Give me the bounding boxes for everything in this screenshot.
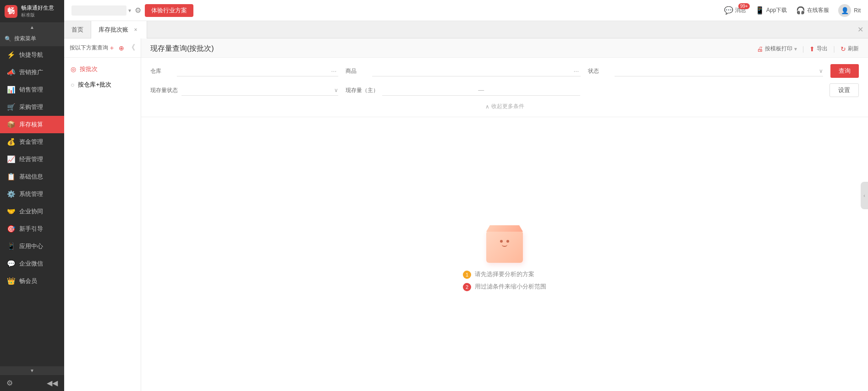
sidebar-item-quick-nav[interactable]: ⚡ 快捷导航 bbox=[0, 46, 64, 64]
sidebar-item-ops[interactable]: 📈 经营管理 bbox=[0, 151, 64, 168]
main-panel: 现存量查询(按批次) 🖨 按模板打印 ▾ | ⬆ 导出 | ↻ bbox=[141, 38, 868, 391]
filter-scheme-list: ◎ 按批次 ○ 按仓库+批次 bbox=[64, 58, 141, 96]
topbar-settings-icon[interactable]: ⚙ bbox=[135, 6, 141, 15]
inventory-icon: 📦 bbox=[6, 120, 16, 129]
sidebar-item-purchase[interactable]: 🛒 采购管理 bbox=[0, 98, 64, 116]
qty-range-sep: — bbox=[478, 87, 484, 93]
empty-illustration bbox=[477, 217, 532, 263]
collapse-sidebar-icon[interactable]: ◀◀ bbox=[47, 379, 58, 387]
filter-settings-icon[interactable]: ⊕ bbox=[119, 44, 124, 52]
sidebar-item-inventory[interactable]: 📦 库存核算 bbox=[0, 116, 64, 133]
qty-field: 现存量（主） — bbox=[346, 85, 580, 96]
topbar-search-wrap: ▾ bbox=[71, 5, 131, 16]
tab-inventory-batch[interactable]: 库存批次账 × bbox=[91, 21, 147, 38]
sidebar-item-system[interactable]: ⚙️ 系统管理 bbox=[0, 185, 64, 203]
warehouse-label: 仓库 bbox=[150, 67, 173, 75]
status-select-wrap: ∨ bbox=[615, 65, 823, 76]
app-download-action[interactable]: 📱 App下载 bbox=[755, 6, 787, 15]
export-icon: ⬆ bbox=[809, 45, 815, 53]
sidebar-item-collab[interactable]: 🤝 企业协同 bbox=[0, 203, 64, 220]
finance-icon: 💰 bbox=[6, 138, 16, 146]
sidebar-item-newbie[interactable]: 🎯 新手引导 bbox=[0, 220, 64, 238]
main-area: ▾ ⚙ 体验行业方案 💬 消息 99+ 📱 App下载 🎧 在线客服 👤 Rit bbox=[64, 0, 868, 391]
main-panel-header: 现存量查询(按批次) 🖨 按模板打印 ▾ | ⬆ 导出 | ↻ bbox=[141, 38, 868, 58]
scheme-active-icon: ◎ bbox=[71, 65, 76, 73]
search-nav-icon: 🔍 bbox=[5, 36, 11, 42]
sidebar-item-finance[interactable]: 💰 资金管理 bbox=[0, 133, 64, 151]
sidebar-scroll-up[interactable]: ▲ bbox=[0, 23, 64, 31]
empty-state: 1 请先选择要分析的方案 2 用过滤条件来缩小分析范围 bbox=[141, 117, 868, 391]
sidebar-item-marketing[interactable]: 📣 营销推广 bbox=[0, 64, 64, 81]
sales-icon: 📊 bbox=[6, 86, 16, 94]
qty-max-input[interactable] bbox=[486, 85, 580, 95]
header-actions: 🖨 按模板打印 ▾ | ⬆ 导出 | ↻ 刷新 bbox=[757, 45, 859, 53]
scheme-item-by-warehouse-batch[interactable]: ○ 按仓库+批次 bbox=[64, 77, 141, 92]
sidebar-item-sales[interactable]: 📊 销售管理 bbox=[0, 81, 64, 98]
refresh-button[interactable]: ↻ 刷新 bbox=[841, 45, 859, 53]
topbar-right: 💬 消息 99+ 📱 App下载 🎧 在线客服 👤 Rit bbox=[724, 4, 861, 17]
scheme-by-batch-label: 按批次 bbox=[80, 65, 98, 73]
sidebar-item-member[interactable]: 👑 畅会员 bbox=[0, 272, 64, 290]
product-input[interactable] bbox=[372, 65, 571, 76]
newbie-icon: 🎯 bbox=[6, 225, 16, 233]
product-more-icon[interactable]: ··· bbox=[571, 67, 581, 75]
warehouse-more-icon[interactable]: ··· bbox=[330, 67, 339, 75]
topbar-search-input[interactable] bbox=[71, 5, 126, 16]
topbar: ▾ ⚙ 体验行业方案 💬 消息 99+ 📱 App下载 🎧 在线客服 👤 Rit bbox=[64, 0, 868, 21]
query-button[interactable]: 查询 bbox=[830, 64, 859, 78]
print-dropdown-icon[interactable]: ▾ bbox=[794, 46, 797, 52]
message-badge: 99+ bbox=[738, 3, 750, 9]
warehouse-input[interactable] bbox=[177, 65, 330, 76]
status-field: 状态 ∨ bbox=[588, 65, 823, 76]
inventory-status-label: 现存量状态 bbox=[150, 87, 178, 94]
system-icon: ⚙️ bbox=[6, 190, 16, 198]
message-action[interactable]: 💬 消息 99+ bbox=[724, 6, 746, 15]
filter-header-icons: ＋ ⊕ 《 bbox=[109, 43, 135, 53]
page-title: 现存量查询(按批次) bbox=[150, 44, 214, 54]
search-area: 仓库 ··· 商品 ··· 状态 bbox=[141, 58, 868, 117]
sidebar-item-basic[interactable]: 📋 基础信息 bbox=[0, 168, 64, 185]
tab-bar-close-icon[interactable]: ✕ bbox=[857, 25, 863, 34]
header-divider-2: | bbox=[833, 45, 835, 53]
hint-text-2: 用过滤条件来缩小分析范围 bbox=[475, 282, 546, 291]
settings-button[interactable]: 设置 bbox=[830, 83, 859, 97]
experience-button[interactable]: 体验行业方案 bbox=[145, 4, 193, 17]
header-divider-1: | bbox=[802, 45, 804, 53]
qty-range-wrap: — bbox=[382, 85, 580, 96]
message-icon: 💬 bbox=[724, 6, 733, 15]
sidebar-item-wechat[interactable]: 💬 企业微信 bbox=[0, 255, 64, 272]
left-eye bbox=[500, 240, 503, 243]
inventory-status-select-wrap: ∨ bbox=[181, 85, 338, 96]
sidebar-item-apps[interactable]: 📱 应用中心 bbox=[0, 238, 64, 255]
filter-collapse-icon[interactable]: 《 bbox=[128, 43, 135, 53]
empty-hints: 1 请先选择要分析的方案 2 用过滤条件来缩小分析范围 bbox=[463, 270, 546, 291]
sidebar-brand: 畅康通好生意 标准版 bbox=[21, 5, 54, 18]
right-eye bbox=[506, 240, 509, 243]
sidebar-scroll-down[interactable]: ▼ bbox=[0, 366, 64, 375]
inventory-status-arrow: ∨ bbox=[334, 87, 338, 93]
refresh-icon: ↻ bbox=[841, 45, 846, 53]
user-menu[interactable]: 👤 Rit bbox=[838, 4, 861, 17]
print-button[interactable]: 🖨 按模板打印 ▾ bbox=[757, 45, 797, 53]
purchase-icon: 🛒 bbox=[6, 103, 16, 111]
sidebar-search[interactable]: 🔍 搜索菜单 bbox=[0, 31, 64, 46]
collapse-conditions-button[interactable]: ∧ 收起更多条件 bbox=[150, 103, 859, 110]
tab-close-button[interactable]: × bbox=[132, 26, 139, 33]
inventory-status-select[interactable] bbox=[181, 85, 334, 95]
ops-icon: 📈 bbox=[6, 155, 16, 163]
status-select[interactable] bbox=[615, 65, 819, 76]
qty-min-input[interactable] bbox=[382, 85, 477, 95]
topbar-dropdown-icon[interactable]: ▾ bbox=[128, 7, 131, 14]
settings-icon[interactable]: ⚙ bbox=[6, 379, 13, 387]
service-action[interactable]: 🎧 在线客服 bbox=[796, 6, 829, 15]
export-button[interactable]: ⬆ 导出 bbox=[809, 45, 828, 53]
right-edge-handle[interactable]: ‹ bbox=[861, 182, 868, 209]
product-field: 商品 ··· bbox=[346, 65, 581, 76]
user-avatar: 👤 bbox=[838, 4, 851, 17]
scheme-item-by-batch[interactable]: ◎ 按批次 bbox=[64, 61, 141, 77]
empty-box-eyes bbox=[500, 240, 509, 243]
tab-home[interactable]: 首页 bbox=[64, 21, 91, 38]
filter-panel: 按以下方案查询 ＋ ⊕ 《 ◎ 按批次 ○ 按仓库+批次 bbox=[64, 38, 141, 391]
filter-add-icon[interactable]: ＋ bbox=[109, 44, 115, 52]
member-icon: 👑 bbox=[6, 277, 16, 285]
